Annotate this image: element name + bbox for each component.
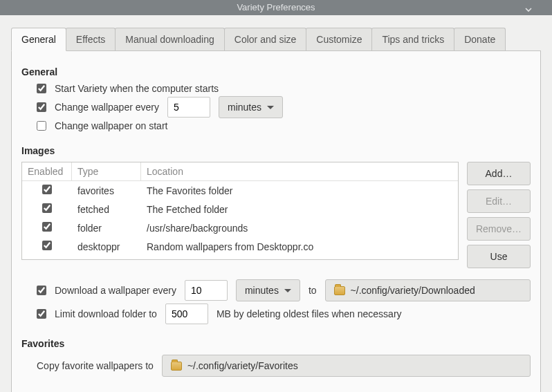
limit-folder-value[interactable] bbox=[165, 304, 208, 324]
row-type: fetched bbox=[72, 203, 141, 216]
sources-table[interactable]: Enabled Type Location favoritesThe Favor… bbox=[21, 162, 459, 260]
limit-folder-checkbox[interactable] bbox=[37, 309, 46, 319]
favorites-path-label: ~/.config/variety/Favorites bbox=[187, 360, 298, 371]
limit-folder-suffix: MB by deleting oldest files when necessa… bbox=[217, 308, 402, 319]
add-button[interactable]: Add… bbox=[467, 162, 531, 185]
tab-effects[interactable]: Effects bbox=[66, 28, 116, 50]
row-location: The Fetched folder bbox=[141, 203, 458, 216]
tab-customize[interactable]: Customize bbox=[306, 28, 372, 50]
table-row[interactable]: favoritesThe Favorites folder bbox=[22, 181, 458, 200]
download-every-unit-label: minutes bbox=[245, 285, 279, 296]
tab-color-and-size[interactable]: Color and size bbox=[224, 28, 307, 50]
tab-tips-and-tricks[interactable]: Tips and tricks bbox=[371, 28, 454, 50]
window-title: Variety Preferences bbox=[237, 2, 315, 12]
col-header-enabled[interactable]: Enabled bbox=[22, 162, 72, 181]
tab-manual-downloading[interactable]: Manual downloading bbox=[115, 28, 224, 50]
download-every-unit-select[interactable]: minutes bbox=[236, 279, 300, 301]
chevron-down-icon bbox=[267, 106, 274, 113]
download-to-label: to bbox=[309, 285, 317, 296]
panel-general: General Start Variety when the computer … bbox=[11, 51, 541, 392]
start-on-boot-checkbox[interactable] bbox=[37, 84, 46, 93]
tab-donate[interactable]: Donate bbox=[454, 28, 506, 50]
download-path-button[interactable]: ~/.config/variety/Downloaded bbox=[325, 279, 531, 301]
section-heading-favorites: Favorites bbox=[21, 338, 531, 349]
folder-icon bbox=[334, 286, 345, 295]
row-location: /usr/share/backgrounds bbox=[141, 221, 458, 235]
table-row[interactable]: fetchedThe Fetched folder bbox=[22, 200, 458, 218]
edit-button[interactable]: Edit… bbox=[467, 189, 531, 213]
tab-bar: General Effects Manual downloading Color… bbox=[11, 28, 541, 51]
row-type: folder bbox=[72, 221, 141, 235]
download-every-value[interactable] bbox=[185, 280, 228, 301]
limit-folder-label: Limit download folder to bbox=[55, 308, 157, 319]
tab-general[interactable]: General bbox=[11, 28, 66, 51]
row-type: desktoppr bbox=[72, 240, 141, 254]
section-heading-general: General bbox=[21, 66, 531, 77]
table-row[interactable]: desktopprRandom wallpapers from Desktopp… bbox=[22, 237, 458, 256]
row-enabled-checkbox[interactable] bbox=[42, 241, 52, 250]
use-button[interactable]: Use bbox=[467, 245, 531, 268]
remove-button[interactable]: Remove… bbox=[467, 217, 531, 241]
chevron-down-icon bbox=[284, 289, 291, 296]
folder-icon bbox=[171, 362, 182, 371]
download-path-label: ~/.config/variety/Downloaded bbox=[351, 285, 475, 296]
row-enabled-checkbox[interactable] bbox=[42, 222, 52, 232]
col-header-type[interactable]: Type bbox=[72, 162, 141, 181]
change-every-label: Change wallpaper every bbox=[55, 102, 159, 113]
row-enabled-checkbox[interactable] bbox=[42, 185, 52, 194]
row-location: Random wallpapers from Desktoppr.co bbox=[141, 240, 458, 254]
window-titlebar: Variety Preferences bbox=[0, 0, 552, 15]
start-on-boot-label: Start Variety when the computer starts bbox=[55, 83, 219, 94]
table-row[interactable]: folder/usr/share/backgrounds bbox=[22, 218, 458, 237]
favorites-path-button[interactable]: ~/.config/variety/Favorites bbox=[162, 355, 531, 377]
favorites-copy-label: Copy favorite wallpapers to bbox=[37, 360, 154, 371]
row-type: favorites bbox=[72, 184, 141, 198]
change-every-checkbox[interactable] bbox=[37, 102, 46, 112]
change-every-unit-label: minutes bbox=[228, 102, 261, 113]
download-every-label: Download a wallpaper every bbox=[55, 285, 176, 296]
change-on-start-label: Change wallpaper on start bbox=[55, 120, 167, 131]
download-every-checkbox[interactable] bbox=[37, 286, 46, 295]
change-every-value[interactable] bbox=[167, 97, 210, 118]
change-every-unit-select[interactable]: minutes bbox=[219, 96, 283, 118]
change-on-start-checkbox[interactable] bbox=[37, 121, 46, 131]
row-enabled-checkbox[interactable] bbox=[42, 203, 52, 213]
section-heading-images: Images bbox=[21, 145, 531, 156]
col-header-location[interactable]: Location bbox=[141, 162, 458, 181]
row-location: The Favorites folder bbox=[141, 184, 458, 198]
